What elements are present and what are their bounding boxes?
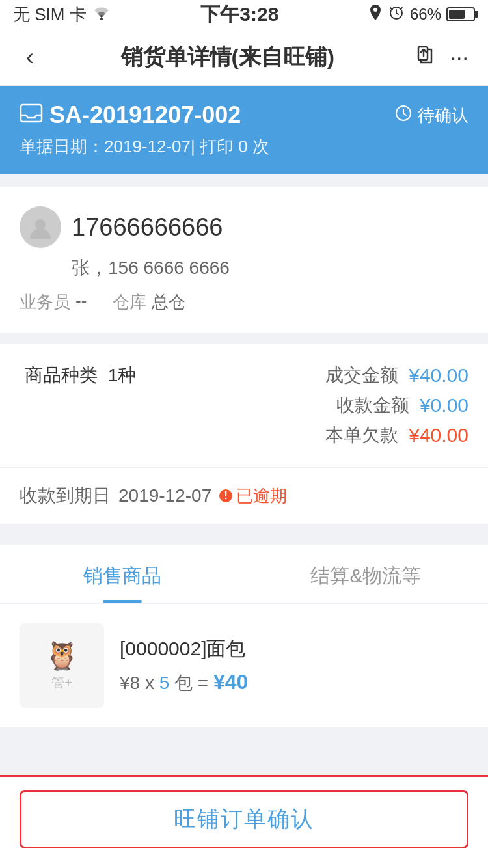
status-right: 66% <box>368 3 475 25</box>
order-number: SA-20191207-002 <box>20 102 241 129</box>
more-icon[interactable]: ··· <box>450 44 468 70</box>
equals-sign: = <box>198 673 213 693</box>
order-status: 待确认 <box>394 104 468 127</box>
status-left: 无 SIM 卡 <box>13 3 111 26</box>
table-row: 🦉 管+ [0000002]面包 ¥8 x 5 包 = ¥40 <box>0 604 488 728</box>
owl-icon: 🦉 <box>45 640 79 671</box>
multiply-sign: x <box>145 673 159 693</box>
payment-value: ¥0.00 <box>420 394 468 416</box>
product-list: 🦉 管+ [0000002]面包 ¥8 x 5 包 = ¥40 <box>0 604 488 728</box>
warehouse-item: 仓库 总仓 <box>113 291 185 314</box>
location-icon <box>368 3 383 25</box>
balance-row: 本单欠款 ¥40.00 <box>325 423 468 448</box>
payment-row: 收款金额 ¥0.00 <box>336 393 468 418</box>
product-price: ¥8 x 5 包 = ¥40 <box>120 670 468 696</box>
balance-label: 本单欠款 <box>325 423 398 448</box>
product-name: [0000002]面包 <box>120 636 468 662</box>
quantity: 5 <box>159 673 170 693</box>
share-icon[interactable] <box>415 44 437 71</box>
tab-settlement[interactable]: 结算&物流等 <box>244 545 488 603</box>
deal-amount-row: 成交金额 ¥40.00 <box>325 363 468 388</box>
svg-point-0 <box>100 18 103 20</box>
order-header-top: SA-20191207-002 待确认 <box>20 102 468 129</box>
brand-text: 管+ <box>51 674 72 692</box>
divider-2 <box>0 524 488 534</box>
warehouse-value: 总仓 <box>152 291 185 314</box>
summary-left: 商品种类 1种 <box>20 363 136 388</box>
product-info: [0000002]面包 ¥8 x 5 包 = ¥40 <box>120 636 468 696</box>
product-types-value: 1种 <box>108 365 137 385</box>
customer-info: 张，156 6666 6666 <box>20 256 468 280</box>
nav-actions: ··· <box>415 44 468 71</box>
overdue-badge: ! 已逾期 <box>219 485 287 508</box>
product-types-item: 商品种类 1种 <box>20 363 136 388</box>
svg-rect-3 <box>21 105 42 122</box>
tab-sales[interactable]: 销售商品 <box>0 545 244 603</box>
overdue-text: 已逾期 <box>236 485 287 508</box>
warehouse-label: 仓库 <box>113 291 146 314</box>
back-button[interactable]: ‹ <box>20 37 40 77</box>
due-date-label: 收款到期日 <box>20 483 111 508</box>
customer-phone: 17666666666 <box>72 213 223 241</box>
tabs-bar: 销售商品 结算&物流等 <box>0 534 488 603</box>
unit: 包 <box>174 673 193 693</box>
alarm-icon <box>388 4 405 25</box>
product-types-label: 商品种类 <box>25 365 98 385</box>
status-bar: 无 SIM 卡 下午3:28 66% <box>0 0 488 29</box>
salesperson-label: 业务员 <box>20 291 70 314</box>
battery-percent: 66% <box>410 5 441 23</box>
svg-point-5 <box>35 219 46 230</box>
balance-value: ¥40.00 <box>409 424 468 446</box>
confirm-order-button[interactable]: 旺铺订单确认 <box>20 790 468 848</box>
salesperson-item: 业务员 -- <box>20 291 87 314</box>
customer-meta: 业务员 -- 仓库 总仓 <box>20 291 468 314</box>
due-date-row: 收款到期日 2019-12-07 ! 已逾期 <box>0 467 488 524</box>
nav-bar: ‹ 销货单详情(来自旺铺) ··· <box>0 29 488 86</box>
customer-name-row: 17666666666 <box>20 206 468 248</box>
battery-icon <box>446 7 475 21</box>
payment-label: 收款金额 <box>336 393 409 418</box>
overdue-warning-icon: ! <box>219 489 232 502</box>
carrier-text: 无 SIM 卡 <box>13 3 87 26</box>
customer-card: 17666666666 张，156 6666 6666 业务员 -- 仓库 总仓 <box>0 187 488 333</box>
salesperson-value: -- <box>75 291 87 314</box>
deal-amount-label: 成交金额 <box>325 363 398 388</box>
page-title: 销货单详情(来自旺铺) <box>121 42 335 72</box>
order-inbox-icon <box>20 102 43 129</box>
wifi-icon <box>92 5 111 25</box>
divider-1 <box>0 333 488 344</box>
order-date: 单据日期：2019-12-07| 打印 0 次 <box>20 135 468 158</box>
due-date-value: 2019-12-07 <box>118 485 211 506</box>
summary-card: 商品种类 1种 成交金额 ¥40.00 收款金额 ¥0.00 本单欠款 ¥40.… <box>0 344 488 467</box>
clock-icon <box>394 104 413 127</box>
product-thumbnail: 🦉 管+ <box>20 623 104 708</box>
bottom-bar: 旺铺订单确认 <box>0 775 488 868</box>
summary-right: 成交金额 ¥40.00 收款金额 ¥0.00 本单欠款 ¥40.00 <box>325 363 468 448</box>
deal-amount-value: ¥40.00 <box>409 364 468 387</box>
status-time: 下午3:28 <box>200 1 278 28</box>
unit-price: ¥8 <box>120 673 140 693</box>
avatar <box>20 206 61 248</box>
order-header: SA-20191207-002 待确认 单据日期：2019-12-07| 打印 … <box>0 86 488 174</box>
total-price: ¥40 <box>213 670 248 694</box>
owl-logo: 🦉 管+ <box>45 640 79 692</box>
